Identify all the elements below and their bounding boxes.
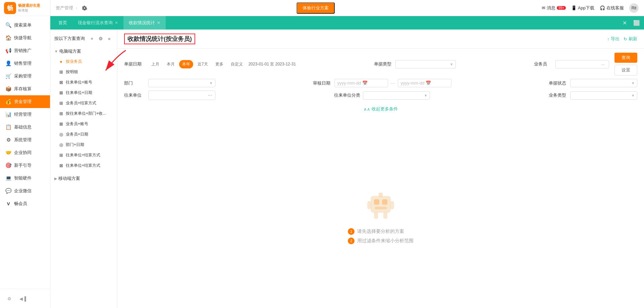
sidebar-item-guide[interactable]: 🎯 新手引导 — [0, 159, 50, 172]
date-btn-more[interactable]: 更多 — [212, 60, 226, 68]
settings-bottom-icon[interactable]: ⚙ — [4, 293, 15, 304]
date-btn-this-month[interactable]: 本月 — [164, 60, 178, 68]
collapse-panel-button[interactable]: « — [106, 35, 113, 42]
date-btn-last-month[interactable]: 上月 — [148, 60, 162, 68]
query-button[interactable]: 查询 — [614, 53, 637, 63]
unit-method2-icon: ⊠ — [58, 163, 64, 168]
scheme-salesperson-date[interactable]: ◎ 业务员+日期 — [50, 129, 117, 140]
tab-bank-close[interactable]: ✕ — [115, 20, 118, 25]
mobile-section-header[interactable]: ▶ 移动端方案 — [50, 173, 117, 184]
date-btn-this-year[interactable]: 本年 — [179, 60, 193, 68]
salesperson-label: 业务员 — [534, 61, 553, 67]
scheme-salesperson-account[interactable]: ⊠ 业务员+账号 — [50, 119, 117, 129]
calendar-from-icon: 📅 — [362, 81, 368, 86]
sidebar-item-hardware[interactable]: 💻 智能硬件 — [0, 172, 50, 185]
doctype-label: 单据类型 — [374, 61, 393, 67]
sidebar-item-sales[interactable]: 👤 销售管理 — [0, 57, 50, 70]
svg-rect-5 — [367, 201, 371, 209]
collapse-icon: ∧∧ — [364, 107, 370, 112]
sidebar-item-search[interactable]: 🔍 搜索菜单 — [0, 19, 50, 32]
sidebar-nav: 🔍 搜索菜单 🏠 快捷导航 📢 营销推广 👤 销售管理 🛒 采购管理 📦 库存核… — [0, 16, 50, 289]
scheme-unit-dept[interactable]: ⊞ 按往来单位+部门+收... — [50, 108, 117, 119]
scheme-by-salesperson[interactable]: ● 按业务员 — [50, 56, 117, 67]
close-window-button[interactable]: ✕ — [620, 18, 629, 28]
tab-receipt[interactable]: 收款情况统计 ✕ — [123, 16, 166, 30]
salesperson-select[interactable]: ··· — [555, 60, 609, 68]
message-button[interactable]: ✉ 消息 99+ — [542, 5, 566, 11]
collapse-sidebar-icon[interactable]: ◀▐ — [17, 293, 28, 304]
member-icon: V — [5, 201, 11, 207]
partner-select[interactable]: ··· — [148, 91, 215, 100]
scheme-dept-date[interactable]: ◎ 部门+日期 — [50, 140, 117, 150]
online-service-button[interactable]: 🎧 在线客服 — [600, 5, 624, 11]
tab-bank[interactable]: 现金银行流水查询 ✕ — [72, 16, 123, 30]
date-btn-7days[interactable]: 近7天 — [195, 60, 211, 68]
date-btn-custom[interactable]: 自定义 — [228, 60, 246, 68]
filter-settings-button[interactable]: 设置 — [614, 65, 637, 75]
tab-receipt-close[interactable]: ✕ — [157, 20, 160, 25]
sidebar-item-purchase[interactable]: 🛒 采购管理 — [0, 70, 50, 83]
page-header: 收款情况统计(按业务员) ↑ 导出 ↻ 刷新 — [117, 30, 644, 49]
purchase-icon: 🛒 — [5, 73, 11, 79]
svg-rect-8 — [383, 212, 387, 219]
empty-tips: 1 请先选择要分析的方案 2 用过滤条件来缩小分析范围 — [348, 228, 414, 244]
trial-button[interactable]: 体验行业方案 — [297, 2, 335, 14]
svg-rect-4 — [379, 193, 383, 197]
sidebar-item-enterprise[interactable]: 🤝 企业协同 — [0, 146, 50, 159]
sidebar-item-inventory[interactable]: 📦 库存核算 — [0, 83, 50, 95]
svg-rect-6 — [390, 201, 394, 209]
maximize-window-button[interactable]: ⬜ — [632, 18, 641, 28]
export-icon: ↑ — [607, 37, 610, 42]
sidebar-item-system[interactable]: ⚙ 系统管理 — [0, 134, 50, 146]
audit-date-to: yyyy-mm-dd 📅 — [398, 79, 451, 87]
date-range-display: 2023-01-01 至 2023-12-31 — [249, 61, 296, 67]
svg-rect-3 — [375, 207, 387, 209]
refresh-button[interactable]: ↻ 刷新 — [624, 36, 637, 42]
sidebar-item-basic[interactable]: 📋 基础信息 — [0, 121, 50, 134]
enterprise-icon: 🤝 — [5, 150, 11, 156]
empty-tip-1: 1 请先选择要分析的方案 — [348, 228, 414, 235]
main-area: 资产管理 › 体验行业方案 ✉ 消息 99+ 📱 App下载 🎧 在线客服 — [50, 0, 644, 308]
scheme-by-unit-account[interactable]: ⊠ 往来单位+账号 — [50, 77, 117, 88]
add-scheme-button[interactable]: + — [88, 35, 96, 42]
scheme-by-unit-date[interactable]: ⊠ 往来单位+日期 — [50, 88, 117, 98]
scheme-salesperson-method[interactable]: ⊞ 业务员+结算方式 — [50, 98, 117, 108]
collapse-filter-button[interactable]: ∧∧ 收起更多条件 — [124, 103, 637, 115]
home-icon: 🏠 — [5, 35, 11, 41]
tab-home[interactable]: 首页 — [53, 16, 72, 30]
sidebar-item-operation[interactable]: 📊 经营管理 — [0, 108, 50, 121]
scheme-by-detail[interactable]: ⊞ 按明细 — [50, 67, 117, 77]
topbar-gear-button[interactable] — [80, 3, 89, 13]
sidebar-item-finance[interactable]: 💰 资金管理 — [0, 95, 50, 108]
panel-header-actions: + ⚙ « — [88, 35, 113, 42]
partner-label: 往来单位 — [124, 92, 143, 98]
partner-category-label: 往来单位分类 — [334, 92, 360, 98]
filter-row-dept: 部门 ▾ 审核日期 yyyy-mm-dd 📅 — — [124, 79, 637, 87]
export-button[interactable]: ↑ 导出 — [607, 36, 620, 42]
app-download-button[interactable]: 📱 App下载 — [571, 5, 594, 11]
panel-header: 按以下方案查询 + ⚙ « — [50, 32, 117, 45]
biz-type-select[interactable]: ▾ — [570, 91, 637, 100]
sidebar-item-marketing[interactable]: 📢 营销推广 — [0, 44, 50, 57]
doc-status-label: 单据状态 — [549, 80, 568, 86]
scheme-unit-method2[interactable]: ⊠ 往来单位+结算方式 — [50, 160, 117, 171]
sidebar-item-member[interactable]: V 畅会员 — [0, 197, 50, 210]
sidebar-item-wechat[interactable]: 💬 企业微信 — [0, 185, 50, 197]
doctype-select[interactable]: ▾ — [395, 60, 456, 68]
sales-icon: 👤 — [5, 60, 11, 66]
topbar-left: 资产管理 › — [56, 3, 89, 13]
dept-arrow-icon: ▾ — [210, 81, 212, 86]
date-separator: — — [391, 81, 395, 86]
desktop-section-header[interactable]: ▼ 电脑端方案 — [50, 46, 117, 56]
date-filter-label: 单据日期 — [124, 61, 143, 67]
sidebar-item-quick[interactable]: 🏠 快捷导航 — [0, 32, 50, 44]
search-nav-icon: 🔍 — [5, 22, 11, 28]
scheme-settings-button[interactable]: ⚙ — [97, 35, 104, 42]
doc-status-select[interactable]: ▾ — [570, 79, 637, 87]
user-avatar[interactable]: Rit — [629, 3, 639, 13]
partner-category-select[interactable]: ▾ — [363, 91, 430, 100]
partner-category-arrow-icon: ▾ — [425, 93, 427, 98]
dept-select[interactable]: ▾ — [148, 79, 215, 87]
detail-icon: ⊞ — [58, 69, 64, 75]
scheme-unit-method1[interactable]: ⊞ 往来单位+结算方式 — [50, 150, 117, 160]
